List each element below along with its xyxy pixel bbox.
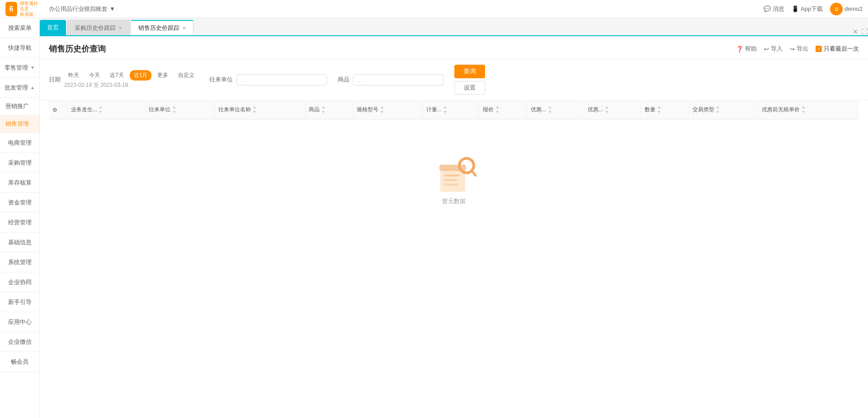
sidebar: 搜索菜单 快捷导航 零售管理 ▼ 批发管理 ▲ 营销推广 销售管理 电商管理 采… [0,18,40,418]
sidebar-item-retail-mgmt[interactable]: 零售管理 ▼ [0,58,39,78]
empty-illustration [436,156,472,192]
tab-close-purchase-history[interactable]: ✕ [118,25,122,30]
logo-area: 6 销售通好生意 标准版 [5,1,42,17]
content-area: 首页 采购历史价跟踪 ✕ 销售历史价跟踪 ✕ ✕ ⛶ 销售历史价查询 [40,18,868,418]
sort-icon: ▲▼ [716,105,720,114]
help-icon: ❓ [736,46,743,52]
logo-char: 6 [9,5,13,13]
tab-home[interactable]: 首页 [40,20,66,35]
import-button[interactable]: ↩ 导入 [764,45,783,53]
export-icon: ↪ [790,46,795,52]
sort-icon: ▲▼ [172,105,176,114]
download-icon: 📱 [792,5,799,12]
page-content: 销售历史价查询 ❓ 帮助 ↩ 导入 ↪ 导出 ✓ [40,36,868,418]
query-button[interactable]: 查询 [454,65,485,78]
th-partner-id[interactable]: 往来单位 ▲▼ [145,100,214,119]
sidebar-item-finance-mgmt[interactable]: 资金管理 [0,193,39,213]
th-goods[interactable]: 商品 ▲▼ [305,100,353,119]
date-btn-custom[interactable]: 自定义 [174,70,198,81]
date-btn-today[interactable]: 今天 [85,70,104,81]
filter-btn-area: 查询 设置 [454,65,485,95]
th-biz-date[interactable]: 业务发生... ▲▼ [67,100,145,119]
sidebar-item-quick-nav[interactable]: 快捷导航 [0,38,39,58]
tab-sales-history[interactable]: 销售历史价跟踪 ✕ [131,20,193,35]
date-btn-7days[interactable]: 近7天 [106,70,128,81]
svg-rect-2 [444,175,460,176]
empty-state-row: 暂元数据 [49,119,859,242]
app-download-button[interactable]: 📱 App下载 [792,5,823,13]
date-btn-1month[interactable]: 近1月 [130,70,152,81]
table-header-row: ⚙ 业务发生... ▲▼ 往来单位 [49,100,859,119]
messages-button[interactable]: 💬 消息 [764,5,784,13]
tab-close-sales-history[interactable]: ✕ [182,26,186,31]
main-layout: 搜索菜单 快捷导航 零售管理 ▼ 批发管理 ▲ 营销推广 销售管理 电商管理 采… [0,18,868,418]
only-last-checkbox-label[interactable]: ✓ 只看最后一次 [816,45,859,53]
date-filter-group: 日期 昨天 今天 近7天 近1月 更多 自定义 2023-02-18 至 202… [49,70,198,89]
goods-input[interactable]: ... [353,74,443,86]
maximize-window-icon[interactable]: ⛶ [862,28,868,35]
sidebar-item-ecommerce-mgmt[interactable]: 电商管理 [0,133,39,153]
empty-state: 暂元数据 [49,119,859,242]
sort-icon: ▲▼ [99,105,103,114]
th-qty[interactable]: 数量 ▲▼ [641,100,689,119]
sort-icon: ▲▼ [380,105,384,114]
th-quote[interactable]: 报价 ▲▼ [479,100,527,119]
only-last-checkbox[interactable]: ✓ [816,46,822,52]
sort-icon: ▲▼ [252,105,257,114]
avatar: d [830,3,843,15]
partner-input[interactable]: ... [236,74,327,86]
top-header: 6 销售通好生意 标准版 办公用品行业模拟账套 ▼ 💬 消息 📱 App下载 d… [0,0,868,18]
sidebar-item-basic-info[interactable]: 基础信息 [0,233,39,252]
sort-icon: ▲▼ [604,105,609,114]
settings-icon[interactable]: ⚙ [52,107,57,113]
th-unit[interactable]: 计量... ▲▼ [422,100,479,119]
svg-rect-3 [444,179,457,181]
th-discount1[interactable]: 优惠... ▲▼ [527,100,584,119]
th-trade-type[interactable]: 交易类型 ▲▼ [689,100,758,119]
partner-filter-group: 往来单位 ... [209,74,327,86]
help-button[interactable]: ❓ 帮助 [736,45,757,53]
date-btn-more[interactable]: 更多 [153,70,172,81]
sidebar-item-members[interactable]: 畅会员 [0,352,39,372]
sidebar-item-sales-promo[interactable]: 营销推广 [0,98,39,115]
sidebar-item-purchase-mgmt[interactable]: 采购管理 [0,153,39,173]
sidebar-item-sales-mgmt[interactable]: 销售管理 [0,115,39,133]
svg-line-6 [472,171,476,176]
window-controls: ✕ ⛶ [853,28,868,35]
date-btn-yesterday[interactable]: 昨天 [64,70,83,81]
export-button[interactable]: ↪ 导出 [790,45,808,53]
date-label: 日期 [49,76,61,84]
sidebar-item-enterprise-collab[interactable]: 企业协同 [0,272,39,292]
page-title: 销售历史价查询 [49,43,106,54]
settings-button[interactable]: 设置 [454,81,485,95]
chevron-down-icon: ▼ [109,5,115,12]
sidebar-item-enterprise-wechat[interactable]: 企业微信 [0,332,39,352]
th-discount2[interactable]: 优惠... ▲▼ [584,100,641,119]
date-options-area: 昨天 今天 近7天 近1月 更多 自定义 2023-02-18 至 2023-0… [64,70,198,89]
sidebar-item-search-menu[interactable]: 搜索菜单 [0,18,39,38]
header-right: 💬 消息 📱 App下载 d demo2 [764,3,863,15]
import-icon: ↩ [764,46,769,52]
sidebar-item-system-mgmt[interactable]: 系统管理 [0,252,39,272]
goods-label: 商品 [338,76,349,84]
user-avatar-area[interactable]: d demo2 [830,3,863,15]
empty-image-svg [436,156,476,196]
sidebar-item-inventory[interactable]: 库存核算 [0,173,39,193]
tab-bar: 首页 采购历史价跟踪 ✕ 销售历史价跟踪 ✕ ✕ ⛶ [40,18,868,36]
workspace-selector[interactable]: 办公用品行业模拟账套 ▼ [45,3,119,15]
close-window-icon[interactable]: ✕ [853,28,858,35]
table-head: ⚙ 业务发生... ▲▼ 往来单位 [49,100,859,119]
th-spec[interactable]: 规格型号 ▲▼ [353,100,422,119]
header-left: 6 销售通好生意 标准版 办公用品行业模拟账套 ▼ [5,1,119,17]
th-partner-name[interactable]: 往来单位名称 ▲▼ [214,100,305,119]
sidebar-item-wholesale-mgmt[interactable]: 批发管理 ▲ [0,78,39,98]
table-body: 暂元数据 [49,119,859,242]
th-pretax-price[interactable]: 优惠前无税单价 ▲▼ [758,100,859,119]
sidebar-item-app-center[interactable]: 应用中心 [0,312,39,332]
page-header-actions: ❓ 帮助 ↩ 导入 ↪ 导出 ✓ 只看最后一次 [736,45,859,53]
partner-label: 往来单位 [209,76,233,84]
tab-purchase-history[interactable]: 采购历史价跟踪 ✕ [67,20,130,35]
sidebar-item-operations-mgmt[interactable]: 经营管理 [0,213,39,233]
sidebar-item-beginner-guide[interactable]: 新手引导 [0,292,39,312]
svg-rect-4 [444,184,458,185]
